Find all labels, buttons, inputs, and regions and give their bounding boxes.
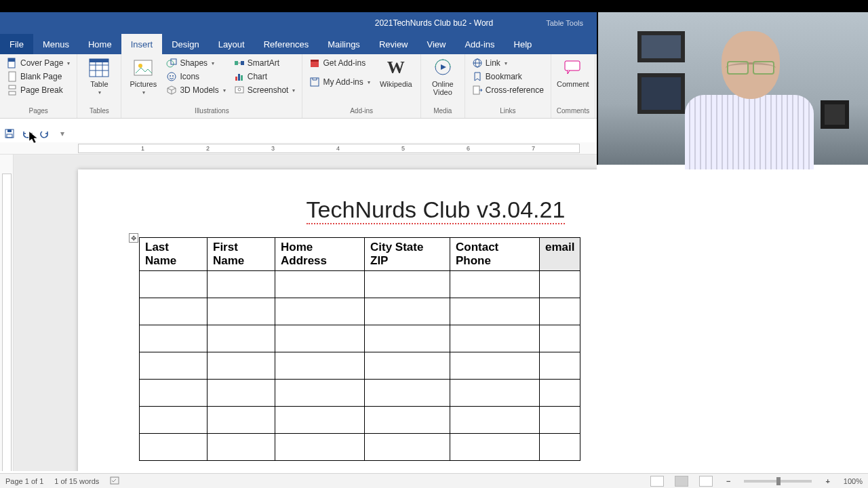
3d-models-button[interactable]: 3D Models▾ xyxy=(165,84,226,96)
status-words[interactable]: 1 of 15 words xyxy=(54,477,99,485)
table-cell[interactable] xyxy=(275,271,365,298)
table-cell[interactable] xyxy=(275,298,365,325)
tab-references[interactable]: References xyxy=(254,34,318,54)
table-cell[interactable] xyxy=(540,434,580,461)
blank-page-button[interactable]: Blank Page xyxy=(5,70,71,83)
tab-addins[interactable]: Add-ins xyxy=(455,34,504,54)
cover-page-button[interactable]: Cover Page▾ xyxy=(5,57,71,69)
table-cell[interactable] xyxy=(450,380,540,407)
table-cell[interactable] xyxy=(208,434,275,461)
tab-layout[interactable]: Layout xyxy=(209,34,254,54)
table-row[interactable] xyxy=(140,407,580,434)
table-cell[interactable] xyxy=(140,352,208,380)
wikipedia-button[interactable]: W Wikipedia xyxy=(377,57,415,88)
table-move-handle[interactable]: ✥ xyxy=(129,233,138,243)
comment-button[interactable]: Comment xyxy=(557,57,589,88)
table-row[interactable] xyxy=(140,298,580,325)
table-cell[interactable] xyxy=(365,325,450,352)
spellcheck-icon[interactable] xyxy=(110,476,121,486)
table-cell[interactable] xyxy=(140,434,208,461)
table-cell[interactable] xyxy=(208,325,275,352)
table-header[interactable]: First Name xyxy=(208,238,275,271)
table-cell[interactable] xyxy=(140,298,208,325)
smartart-button[interactable]: SmartArt xyxy=(233,57,297,69)
table-cell[interactable] xyxy=(365,434,450,461)
view-print-layout[interactable] xyxy=(675,476,688,487)
redo-button[interactable] xyxy=(39,128,50,139)
table-cell[interactable] xyxy=(365,298,450,325)
zoom-in[interactable]: + xyxy=(823,477,832,485)
table-row[interactable] xyxy=(140,434,580,461)
table-cell[interactable] xyxy=(540,352,580,380)
tab-help[interactable]: Help xyxy=(505,34,542,54)
table-cell[interactable] xyxy=(208,352,275,380)
table-row[interactable] xyxy=(140,271,580,298)
ruler-vertical[interactable] xyxy=(0,155,14,471)
table-cell[interactable] xyxy=(540,325,580,352)
table-cell[interactable] xyxy=(365,380,450,407)
view-read-mode[interactable] xyxy=(650,476,664,487)
table-cell[interactable] xyxy=(140,380,208,407)
icons-button[interactable]: Icons xyxy=(165,70,226,83)
document-page[interactable]: TechNurds Club v3.04.21 ✥ Last Name Firs… xyxy=(78,169,597,471)
tab-menus[interactable]: Menus xyxy=(33,34,79,54)
tab-home[interactable]: Home xyxy=(79,34,121,54)
table-cell[interactable] xyxy=(275,380,365,407)
table-cell[interactable] xyxy=(208,271,275,298)
bookmark-button[interactable]: Bookmark xyxy=(471,70,545,83)
table-row[interactable] xyxy=(140,380,580,407)
ruler-horizontal[interactable]: 1 2 3 4 5 6 7 xyxy=(78,144,580,153)
table-cell[interactable] xyxy=(365,407,450,434)
table-cell[interactable] xyxy=(208,298,275,325)
table-header[interactable]: Contact Phone xyxy=(450,238,540,271)
table-cell[interactable] xyxy=(450,271,540,298)
tab-view[interactable]: View xyxy=(418,34,456,54)
table-cell[interactable] xyxy=(540,380,580,407)
table-cell[interactable] xyxy=(540,271,580,298)
table-row[interactable] xyxy=(140,325,580,352)
table-cell[interactable] xyxy=(540,298,580,325)
table-cell[interactable] xyxy=(275,434,365,461)
my-addins-button[interactable]: My Add-ins▾ xyxy=(308,76,371,88)
table-cell[interactable] xyxy=(208,380,275,407)
table-cell[interactable] xyxy=(140,271,208,298)
zoom-level[interactable]: 100% xyxy=(844,477,863,485)
table-row[interactable] xyxy=(140,352,580,380)
table-header[interactable]: City State ZIP xyxy=(365,238,450,271)
screenshot-button[interactable]: Screenshot▾ xyxy=(233,84,297,96)
table-cell[interactable] xyxy=(540,407,580,434)
table-cell[interactable] xyxy=(275,352,365,380)
table-cell[interactable] xyxy=(275,325,365,352)
table-cell[interactable] xyxy=(365,352,450,380)
online-video-button[interactable]: OnlineVideo xyxy=(427,57,459,96)
table-cell[interactable] xyxy=(450,407,540,434)
view-web-layout[interactable] xyxy=(699,476,713,487)
get-addins-button[interactable]: Get Add-ins xyxy=(308,57,371,69)
shapes-button[interactable]: Shapes▾ xyxy=(165,57,226,69)
qat-customize[interactable]: ▾ xyxy=(57,128,68,139)
tab-insert[interactable]: Insert xyxy=(121,34,163,54)
save-button[interactable] xyxy=(4,128,15,139)
table-cell[interactable] xyxy=(140,325,208,352)
table-cell[interactable] xyxy=(450,298,540,325)
document-area[interactable]: TechNurds Club v3.04.21 ✥ Last Name Firs… xyxy=(0,155,597,471)
tab-design[interactable]: Design xyxy=(162,34,208,54)
pictures-button[interactable]: Pictures▾ xyxy=(127,57,159,96)
table-header[interactable]: email xyxy=(540,238,580,271)
cross-reference-button[interactable]: Cross-reference xyxy=(471,84,545,96)
table-cell[interactable] xyxy=(365,271,450,298)
page-break-button[interactable]: Page Break xyxy=(5,84,71,96)
table-cell[interactable] xyxy=(275,407,365,434)
chart-button[interactable]: Chart xyxy=(233,70,297,83)
document-table[interactable]: Last Name First Name Home Address City S… xyxy=(139,237,580,461)
table-cell[interactable] xyxy=(450,434,540,461)
zoom-out[interactable]: − xyxy=(724,477,733,485)
table-cell[interactable] xyxy=(450,325,540,352)
table-button[interactable]: Table▾ xyxy=(83,57,115,96)
table-cell[interactable] xyxy=(140,407,208,434)
undo-button[interactable]: ▾ xyxy=(22,128,33,139)
tab-file[interactable]: File xyxy=(0,34,33,54)
link-button[interactable]: Link▾ xyxy=(471,57,545,69)
document-heading[interactable]: TechNurds Club v3.04.21 xyxy=(78,197,597,223)
table-header-row[interactable]: Last Name First Name Home Address City S… xyxy=(140,238,580,271)
